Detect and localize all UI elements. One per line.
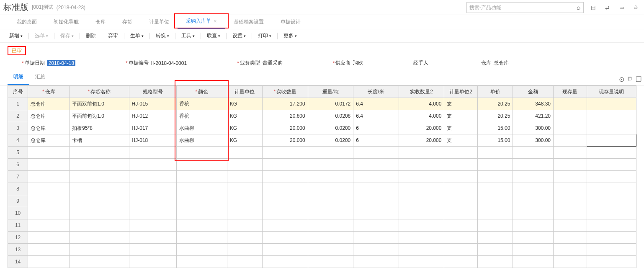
- tab-4[interactable]: 计量单位: [141, 15, 178, 29]
- cell-empty[interactable]: [399, 244, 444, 256]
- cell-empty[interactable]: [399, 232, 444, 244]
- cell-spec[interactable]: HJ-015: [129, 98, 176, 110]
- tab-6[interactable]: 基础档案设置: [225, 15, 272, 29]
- cell-empty[interactable]: [587, 147, 636, 159]
- cell-empty[interactable]: [353, 232, 399, 244]
- cell-unit[interactable]: KG: [227, 110, 262, 122]
- cell-seq[interactable]: 4: [8, 134, 28, 147]
- cell-empty[interactable]: [28, 244, 70, 256]
- toolbar-打印[interactable]: 打印▾: [255, 32, 275, 39]
- col-5[interactable]: 计量单位: [227, 86, 262, 98]
- cell-empty[interactable]: [553, 232, 587, 244]
- cell-empty[interactable]: [28, 159, 70, 171]
- cell-empty[interactable]: [176, 256, 227, 268]
- cell-empty[interactable]: [129, 147, 176, 159]
- cell-empty[interactable]: [129, 219, 176, 232]
- cell-unit2[interactable]: 支: [444, 134, 478, 147]
- cell-seq[interactable]: 3: [8, 122, 28, 134]
- cell-price[interactable]: 15.00: [478, 134, 513, 147]
- cell-empty[interactable]: [478, 159, 513, 171]
- cell-empty[interactable]: [399, 171, 444, 183]
- table-row[interactable]: 10: [8, 207, 636, 219]
- cell-empty[interactable]: [553, 195, 587, 207]
- cell-empty[interactable]: [227, 207, 262, 219]
- cell-empty[interactable]: [444, 147, 478, 159]
- toolbar-删除[interactable]: 删除: [82, 32, 99, 39]
- search-box[interactable]: ⌕: [466, 2, 584, 13]
- cell-empty[interactable]: [587, 256, 636, 268]
- cell-empty[interactable]: [399, 256, 444, 268]
- cell-empty[interactable]: [70, 171, 129, 183]
- cell-note[interactable]: [587, 98, 636, 110]
- cell-empty[interactable]: [28, 183, 70, 195]
- cell-empty[interactable]: 6: [8, 159, 28, 171]
- table-row[interactable]: 11: [8, 219, 636, 232]
- cell-stock[interactable]: [553, 110, 587, 122]
- cell-empty[interactable]: [263, 195, 308, 207]
- cell-empty[interactable]: [444, 159, 478, 171]
- cell-empty[interactable]: 5: [8, 147, 28, 159]
- cell-empty[interactable]: [28, 256, 70, 268]
- col-8[interactable]: 长度/米: [353, 86, 399, 98]
- cell-empty[interactable]: [513, 171, 554, 183]
- col-13[interactable]: 现存量: [553, 86, 587, 98]
- cell-empty[interactable]: [308, 171, 353, 183]
- cell-empty[interactable]: [553, 147, 587, 159]
- cell-empty[interactable]: [478, 256, 513, 268]
- cell-empty[interactable]: [478, 183, 513, 195]
- cell-empty[interactable]: [553, 183, 587, 195]
- cell-empty[interactable]: [70, 244, 129, 256]
- cell-empty[interactable]: [399, 159, 444, 171]
- cell-empty[interactable]: [176, 219, 227, 232]
- cell-empty[interactable]: [444, 256, 478, 268]
- export-icon[interactable]: ⧉: [628, 75, 632, 83]
- toolbar-设置[interactable]: 设置▾: [229, 32, 249, 39]
- cell-qty[interactable]: 20.800: [263, 110, 308, 122]
- cell-empty[interactable]: [70, 256, 129, 268]
- location-icon[interactable]: ⊙: [619, 75, 624, 83]
- toolbar-生单[interactable]: 生单▾: [127, 32, 147, 39]
- cell-price[interactable]: 20.25: [478, 110, 513, 122]
- cell-len[interactable]: 6: [353, 134, 399, 147]
- cell-empty[interactable]: [353, 171, 399, 183]
- cell-qty2[interactable]: 4.000: [399, 98, 444, 110]
- table-row[interactable]: 5: [8, 147, 636, 159]
- cell-empty[interactable]: [444, 244, 478, 256]
- cell-weight[interactable]: 0.0200: [308, 134, 353, 147]
- cell-weight[interactable]: 0.0208: [308, 110, 353, 122]
- cell-empty[interactable]: 12: [8, 232, 28, 244]
- cell-empty[interactable]: [587, 171, 636, 183]
- cell-empty[interactable]: [553, 219, 587, 232]
- cell-empty[interactable]: [227, 195, 262, 207]
- cell-qty[interactable]: 17.200: [263, 98, 308, 110]
- cell-empty[interactable]: [176, 183, 227, 195]
- cell-empty[interactable]: [28, 195, 70, 207]
- table-row[interactable]: 6: [8, 159, 636, 171]
- tab-0[interactable]: 我的桌面: [8, 15, 45, 29]
- cell-empty[interactable]: 9: [8, 195, 28, 207]
- cell-empty[interactable]: [587, 232, 636, 244]
- cell-empty[interactable]: [70, 207, 129, 219]
- cell-empty[interactable]: [444, 195, 478, 207]
- settings-icon[interactable]: ⇄: [602, 3, 612, 13]
- cell-spec[interactable]: HJ-017: [129, 122, 176, 134]
- cell-empty[interactable]: 13: [8, 244, 28, 256]
- tab-detail[interactable]: 明细: [8, 71, 29, 85]
- cell-empty[interactable]: 10: [8, 207, 28, 219]
- cell-price[interactable]: 15.00: [478, 122, 513, 134]
- cell-empty[interactable]: [129, 183, 176, 195]
- tab-summary[interactable]: 汇总: [29, 71, 51, 85]
- cell-empty[interactable]: [308, 207, 353, 219]
- cell-empty[interactable]: [263, 207, 308, 219]
- cell-price[interactable]: 20.25: [478, 98, 513, 110]
- toolbar-工具[interactable]: 工具▾: [178, 32, 198, 39]
- cell-empty[interactable]: [70, 147, 129, 159]
- cell-empty[interactable]: [444, 232, 478, 244]
- table-row[interactable]: 4总仓库卡槽HJ-018水曲柳KG20.0000.0200620.000支15.…: [8, 134, 636, 147]
- cell-empty[interactable]: [28, 232, 70, 244]
- bell-icon[interactable]: ♧: [631, 3, 641, 13]
- cell-empty[interactable]: [263, 244, 308, 256]
- cell-empty[interactable]: [444, 183, 478, 195]
- col-6[interactable]: *实收数量: [263, 86, 308, 98]
- cell-empty[interactable]: 14: [8, 256, 28, 268]
